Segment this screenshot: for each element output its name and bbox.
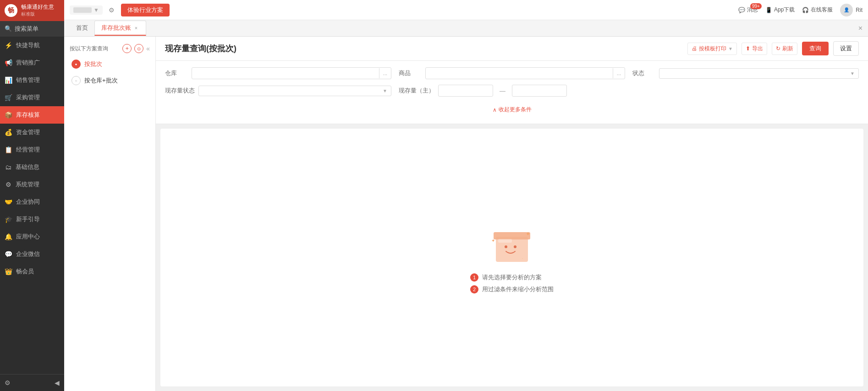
stock-status-select[interactable]: ▼ <box>198 86 391 96</box>
product-group: 商品 ... <box>399 67 625 79</box>
tab-inventory-batch[interactable]: 库存批次账 × <box>94 21 146 36</box>
experience-btn[interactable]: 体验行业方案 <box>121 4 170 16</box>
stock-status-dropdown-icon: ▼ <box>383 88 387 93</box>
stock-status-group: 现存量状态 ▼ <box>165 86 391 96</box>
filter-add-btn[interactable]: + <box>122 44 132 53</box>
warehouse-dots-btn[interactable]: ... <box>379 68 391 78</box>
sidebar-item-member[interactable]: 👑 畅会员 <box>0 263 64 280</box>
product-input[interactable] <box>426 68 613 79</box>
page-actions: 🖨 按模板打印 ▼ ⬆ 导出 ↻ 刷新 查询 设置 <box>687 41 859 56</box>
collapse-more-btn[interactable]: ∧ 收起更多条件 <box>165 102 859 117</box>
avatar: 👤 <box>840 4 853 16</box>
query-btn[interactable]: 查询 <box>802 42 829 55</box>
content-body: ✦ ✦ · 1 请先选择要分析的方案 2 用过滤条件来缩小分析范围 <box>160 129 863 386</box>
refresh-label: 刷新 <box>782 45 793 53</box>
gear-button[interactable]: ⚙ <box>105 4 118 16</box>
marketing-icon: 📢 <box>5 59 12 66</box>
user-profile[interactable]: 👤 Rit <box>840 4 863 16</box>
stock-status-label: 现存量状态 <box>165 87 195 95</box>
avatar-text: 👤 <box>844 7 849 12</box>
sidebar-item-label: 新手引导 <box>16 215 40 223</box>
filter-settings-icon: ⊙ <box>137 46 141 51</box>
settings-footer-icon[interactable]: ⚙ <box>5 379 11 386</box>
sidebar-item-finance[interactable]: 💰 资金管理 <box>0 124 64 141</box>
app-download-icon: 📱 <box>765 7 772 13</box>
product-input-wrapper[interactable]: ... <box>425 67 625 79</box>
svg-point-3 <box>505 245 507 248</box>
filter-item-by-batch[interactable]: ● 按批次 <box>64 56 155 72</box>
sidebar-item-quick-nav[interactable]: ⚡ 快捷导航 <box>0 37 64 54</box>
sidebar-item-label: 基础信息 <box>16 163 39 171</box>
empty-hints: 1 请先选择要分析的方案 2 用过滤条件来缩小分析范围 <box>470 273 554 297</box>
topbar-right: 💬 消息 99+ 📱 App下载 🎧 在线客服 👤 Rit <box>738 4 863 16</box>
online-support-action[interactable]: 🎧 在线客服 <box>802 6 833 14</box>
messages-action[interactable]: 💬 消息 99+ <box>738 6 758 14</box>
tabbar: 首页 库存批次账 × × <box>64 20 868 37</box>
filter-item-by-warehouse-batch[interactable]: ○ 按仓库+批次 <box>64 72 155 89</box>
collapse-label: 收起更多条件 <box>499 106 532 114</box>
hint-item-2: 2 用过滤条件来缩小分析范围 <box>470 285 554 293</box>
breadcrumb-dropdown-icon[interactable]: ▼ <box>93 7 99 13</box>
status-label: 状态 <box>632 69 655 77</box>
svg-text:✦: ✦ <box>526 231 530 237</box>
sidebar-item-guide[interactable]: 🎓 新手引导 <box>0 211 64 228</box>
sidebar-item-basic[interactable]: 🗂 基础信息 <box>0 158 64 176</box>
search-icon: 🔍 <box>5 25 12 32</box>
filter-collapse-icon[interactable]: « <box>146 45 150 52</box>
warehouse-input[interactable] <box>192 68 379 79</box>
sidebar-item-operations[interactable]: 📋 经营管理 <box>0 141 64 158</box>
svg-point-4 <box>514 245 516 248</box>
sidebar-item-system[interactable]: ⚙ 系统管理 <box>0 176 64 193</box>
sidebar-item-appstore[interactable]: 🔔 应用中心 <box>0 228 64 245</box>
member-icon: 👑 <box>5 268 12 275</box>
search-form: 仓库 ... 商品 ... 状态 <box>156 61 868 124</box>
sidebar: 畅 畅康通好生意 标准版 🔍 搜索菜单 ⚡ 快捷导航 📢 营销推广 📊 销售管理… <box>0 0 64 391</box>
product-label: 商品 <box>399 69 422 77</box>
filter-settings-btn[interactable]: ⊙ <box>134 44 143 53</box>
sidebar-item-enterprise[interactable]: 🤝 企业协同 <box>0 193 64 211</box>
print-icon: 🖨 <box>692 45 697 52</box>
collapse-sidebar-icon[interactable]: ◀ <box>55 379 60 386</box>
sidebar-item-label: 企业微信 <box>16 250 40 258</box>
warehouse-input-wrapper[interactable]: ... <box>192 67 391 79</box>
finance-icon: 💰 <box>5 129 12 136</box>
sidebar-item-marketing[interactable]: 📢 营销推广 <box>0 54 64 71</box>
settings-btn[interactable]: 设置 <box>833 41 859 56</box>
basic-icon: 🗂 <box>5 163 12 171</box>
status-select[interactable]: ▼ <box>659 68 859 79</box>
stock-qty-from-input[interactable] <box>438 85 493 97</box>
sidebar-item-sales[interactable]: 📊 销售管理 <box>0 71 64 89</box>
topbar: ▼ ⚙ 体验行业方案 💬 消息 99+ 📱 App下载 🎧 在线客服 <box>64 0 868 20</box>
print-dropdown-icon[interactable]: ▼ <box>728 46 733 51</box>
search-menu[interactable]: 🔍 搜索菜单 <box>0 21 64 37</box>
batch-icon: ● <box>75 62 77 66</box>
product-dots-btn[interactable]: ... <box>613 68 625 78</box>
empty-illustration: ✦ ✦ · <box>489 218 535 264</box>
stock-qty-to-input[interactable] <box>512 85 567 97</box>
quick-nav-icon: ⚡ <box>5 42 12 49</box>
sidebar-item-inventory[interactable]: 📦 库存核算 <box>0 106 64 124</box>
filter-panel-actions: + ⊙ « <box>122 44 150 53</box>
export-btn[interactable]: ⬆ 导出 <box>742 43 767 55</box>
gear-icon: ⚙ <box>109 6 115 14</box>
enterprise-icon: 🤝 <box>5 198 12 206</box>
print-btn[interactable]: 🖨 按模板打印 ▼ <box>687 43 737 55</box>
sidebar-item-label: 经营管理 <box>16 146 40 154</box>
app-download-action[interactable]: 📱 App下载 <box>765 6 795 14</box>
add-icon: + <box>126 45 129 52</box>
sidebar-item-wechat[interactable]: 💬 企业微信 <box>0 245 64 263</box>
refresh-btn[interactable]: ↻ 刷新 <box>772 43 797 55</box>
username: Rit <box>856 7 863 13</box>
tab-inventory-batch-label: 库存批次账 <box>101 24 131 32</box>
panel-close-icon[interactable]: × <box>858 24 863 33</box>
tab-home[interactable]: 首页 <box>70 21 94 36</box>
app-download-label: App下载 <box>774 6 795 14</box>
form-row-2: 现存量状态 ▼ 现存量（主） — <box>165 85 859 97</box>
tab-close-icon[interactable]: × <box>133 25 139 31</box>
sidebar-item-label: 快捷导航 <box>16 41 40 49</box>
wechat-icon: 💬 <box>5 250 12 258</box>
filter-panel-header: 按以下方案查询 + ⊙ « <box>64 41 155 56</box>
sidebar-item-label: 资金管理 <box>16 128 40 136</box>
breadcrumb: ▼ <box>70 5 103 15</box>
sidebar-item-purchase[interactable]: 🛒 采购管理 <box>0 89 64 106</box>
